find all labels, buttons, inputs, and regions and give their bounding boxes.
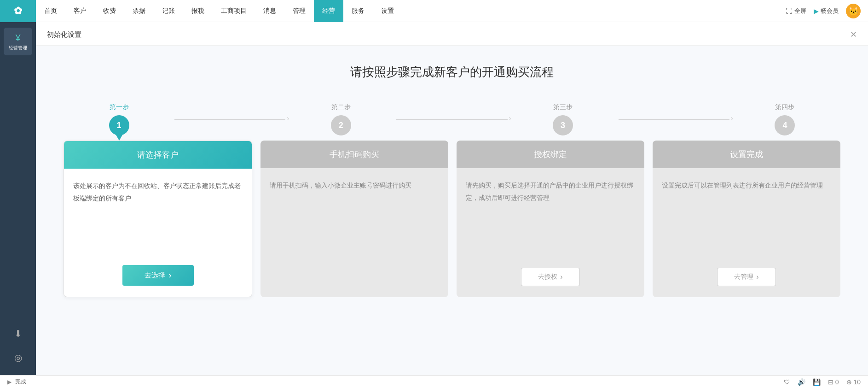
card-3-body: 请先购买，购买后选择开通的产品中的企业用户进行授权绑定，成功后即可进行经营管理: [457, 168, 644, 268]
inner-content: 请按照步骤完成新客户的开通购买流程 第一步 1 ›: [36, 46, 868, 375]
page-title: 初始化设置: [47, 30, 81, 39]
download-button[interactable]: ⬇: [8, 323, 28, 344]
operation-icon: ¥: [15, 33, 20, 43]
plus-box-icon[interactable]: ⊕ 10: [846, 378, 861, 386]
step-4-label: 第四步: [775, 103, 794, 112]
step-2-circle: 2: [331, 115, 351, 135]
step-1-wrapper: 第一步 1: [64, 103, 174, 141]
step-4-circle: 4: [775, 115, 795, 135]
nav-item-manage[interactable]: 管理: [284, 0, 314, 22]
shield-icon[interactable]: 🛡: [784, 378, 790, 386]
card-4: 设置完成 设置完成后可以在管理列表进行所有企业用户的经营管理 去管理 ›: [653, 141, 840, 297]
card-4-footer: 去管理 ›: [653, 268, 840, 297]
card-3-footer: 去授权 ›: [457, 268, 644, 297]
go-select-button[interactable]: 去选择 ›: [122, 265, 194, 286]
card-4-body: 设置完成后可以在管理列表进行所有企业用户的经营管理: [653, 168, 840, 268]
nav-items: 首页 客户 收费 票据 记账 报税 工商项目 消息 管理 经营 服务 设置: [36, 0, 402, 22]
card-2-footer: [260, 286, 448, 297]
nav-right: ⛶ 全屏 ▶ 畅会员 🐱: [786, 4, 868, 18]
sidebar: ¥ 经营管理 ⬇ ◎: [0, 22, 36, 375]
nav-item-operation[interactable]: 经营: [314, 0, 343, 22]
content-area: 初始化设置 ✕ 请按照步骤完成新客户的开通购买流程 第一步 1: [36, 22, 868, 375]
steps-row: 第一步 1 › 第二步 2: [64, 103, 840, 141]
logo-area: ✿: [0, 0, 36, 22]
go-manage-button[interactable]: 去管理 ›: [717, 268, 775, 286]
step-line-1: ›: [174, 119, 285, 120]
fullscreen-icon: ⛶: [786, 7, 793, 15]
nav-item-settings[interactable]: 设置: [373, 0, 402, 22]
close-button[interactable]: ✕: [850, 29, 857, 40]
nav-item-accounting[interactable]: 记账: [154, 0, 183, 22]
save-icon[interactable]: 💾: [813, 378, 821, 386]
arrow-icon-1: ›: [169, 270, 172, 280]
main-heading: 请按照步骤完成新客户的开通购买流程: [64, 64, 840, 80]
nav-item-fee[interactable]: 收费: [95, 0, 124, 22]
step-2-label: 第二步: [331, 103, 351, 112]
nav-item-message[interactable]: 消息: [255, 0, 284, 22]
card-1-body: 该处展示的客户为不在回收站、客户状态正常建账后完成老板端绑定的所有客户: [64, 169, 252, 265]
step-3-wrapper: 第三步 3: [508, 103, 619, 135]
play-status-icon[interactable]: ▶: [7, 379, 12, 385]
sidebar-item-operation[interactable]: ¥ 经营管理: [4, 28, 32, 55]
page-header: 初始化设置 ✕: [36, 22, 868, 46]
status-bar: ▶ 完成 🛡 🔊 💾 ⊟ 0 ⊕ 10: [0, 375, 868, 388]
step-3-label: 第三步: [553, 103, 573, 112]
play-icon: ▶: [814, 7, 819, 15]
fullscreen-button[interactable]: ⛶ 全屏: [786, 7, 806, 15]
card-1-footer: 去选择 ›: [64, 265, 252, 297]
step-1-label: 第一步: [110, 103, 129, 112]
service-button[interactable]: ◎: [8, 347, 28, 368]
card-2: 手机扫码购买 请用手机扫码，输入小微企业主账号密码进行购买: [260, 141, 448, 297]
status-text: 完成: [15, 378, 26, 386]
nav-item-customer[interactable]: 客户: [65, 0, 95, 22]
step-2-wrapper: 第二步 2: [285, 103, 396, 135]
card-3-header: 授权绑定: [457, 141, 644, 168]
nav-item-tax[interactable]: 报税: [183, 0, 213, 22]
avatar[interactable]: 🐱: [846, 4, 861, 18]
volume-icon[interactable]: 🔊: [798, 378, 805, 386]
minus-box-icon[interactable]: ⊟ 0: [828, 378, 839, 386]
member-button[interactable]: ▶ 畅会员: [814, 7, 839, 15]
card-2-body: 请用手机扫码，输入小微企业主账号密码进行购买: [260, 168, 448, 286]
nav-item-home[interactable]: 首页: [36, 0, 65, 22]
cards-row: 请选择客户 该处展示的客户为不在回收站、客户状态正常建账后完成老板端绑定的所有客…: [64, 141, 840, 297]
arrow-icon-3: ›: [560, 273, 562, 281]
nav-item-business[interactable]: 工商项目: [213, 0, 255, 22]
step-line-2: ›: [396, 119, 507, 120]
nav-item-ticket[interactable]: 票据: [124, 0, 154, 22]
step-1-circle: 1: [109, 115, 129, 135]
arrow-icon-4: ›: [756, 273, 758, 281]
card-1-header: 请选择客户: [64, 141, 252, 169]
sidebar-bottom: ⬇ ◎: [8, 323, 28, 375]
nav-item-service[interactable]: 服务: [343, 0, 373, 22]
card-1: 请选择客户 该处展示的客户为不在回收站、客户状态正常建账后完成老板端绑定的所有客…: [64, 141, 252, 297]
logo-icon: ✿: [14, 5, 22, 17]
card-2-header: 手机扫码购买: [260, 141, 448, 168]
status-bar-right: 🛡 🔊 💾 ⊟ 0 ⊕ 10: [784, 378, 861, 386]
go-authorize-button[interactable]: 去授权 ›: [521, 268, 579, 286]
card-4-header: 设置完成: [653, 141, 840, 168]
step-1-circle-area: 1: [109, 115, 129, 141]
step-3-circle: 3: [553, 115, 573, 135]
step-4-wrapper: 第四步 4: [729, 103, 840, 135]
step-line-3: ›: [619, 119, 729, 120]
card-3: 授权绑定 请先购买，购买后选择开通的产品中的企业用户进行授权绑定，成功后即可进行…: [457, 141, 644, 297]
